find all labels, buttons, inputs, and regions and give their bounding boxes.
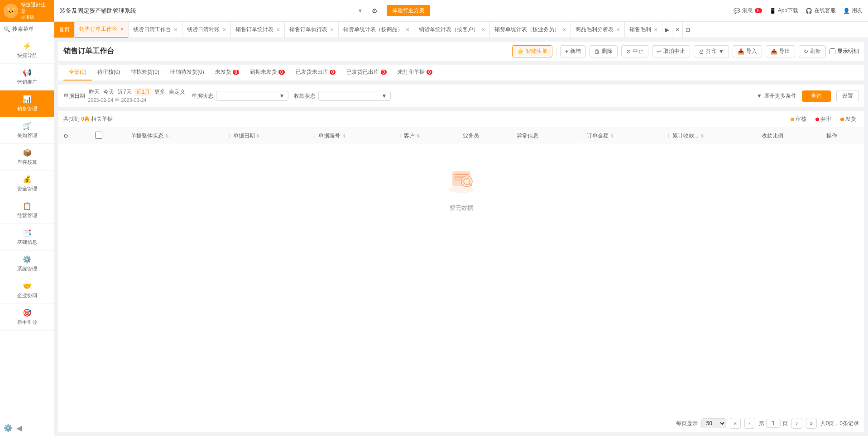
status-select[interactable]: ▼ bbox=[216, 91, 288, 101]
export-btn[interactable]: 📤 导出 bbox=[766, 45, 795, 57]
th-collected[interactable]: ↕ 累计收款... ⇅ bbox=[662, 128, 756, 144]
date-btn-7days[interactable]: 近7天 bbox=[117, 88, 133, 96]
sidebar-item-system[interactable]: ⚙️ 系统管理 bbox=[0, 251, 54, 277]
tab-close-cash-reconcile[interactable]: ✕ bbox=[222, 27, 226, 32]
stop-btn[interactable]: ⊘ 中止 bbox=[621, 45, 648, 57]
message-btn[interactable]: 💬 消息 6 bbox=[734, 7, 762, 14]
tab-close-cash-daily[interactable]: ✕ bbox=[174, 27, 177, 32]
sidebar-settings-btn[interactable]: ⚙️ bbox=[4, 424, 13, 432]
th-number[interactable]: ↕ 单据编号 ⇅ bbox=[308, 128, 393, 144]
tab-home[interactable]: 首页 bbox=[54, 22, 75, 38]
tab-goods-stats-customer[interactable]: 销货单统计表（按客户） ✕ bbox=[414, 22, 490, 38]
tab-close-sales-workbench[interactable]: ✕ bbox=[120, 27, 124, 32]
filter-tab-wangpu-ship[interactable]: 旺铺待发货(0) bbox=[165, 65, 210, 81]
app-logo: 🐱 畅捷通好生意 标准版 bbox=[0, 0, 54, 22]
date-btn-custom[interactable]: 自定义 bbox=[168, 88, 186, 96]
date-btn-1month[interactable]: 近1月 bbox=[134, 88, 152, 96]
tab-close-goods-stats-customer[interactable]: ✕ bbox=[481, 27, 485, 32]
page-last-btn[interactable]: » bbox=[806, 418, 817, 429]
filter-tab-all[interactable]: 全部(0) bbox=[63, 65, 92, 81]
th-amount[interactable]: ↕ 订单金额 ⇅ bbox=[576, 128, 662, 144]
online-service-btn[interactable]: 🎧 在线客服 bbox=[806, 7, 836, 14]
sidebar-item-guide[interactable]: 🎯 新手引导 bbox=[0, 304, 54, 331]
tab-nav-forward[interactable]: ▶ bbox=[662, 22, 672, 38]
filter-tab-pending-review[interactable]: 待审核(0) bbox=[92, 65, 126, 81]
tab-sales-stats[interactable]: 销售订单统计表 ✕ bbox=[231, 22, 285, 38]
delete-btn[interactable]: 🗑 删除 bbox=[590, 45, 618, 57]
tab-close-goods-stats-staff[interactable]: ✕ bbox=[562, 27, 566, 32]
expand-conditions-btn[interactable]: ▼ 展开更多条件 bbox=[757, 92, 796, 100]
tab-close-goods-stats-product[interactable]: ✕ bbox=[406, 27, 409, 32]
app-download-btn[interactable]: 📱 App下载 bbox=[769, 7, 798, 14]
gear-settings-btn[interactable]: ⚙ bbox=[368, 5, 381, 16]
filter-tab-shipped-not-out[interactable]: 已发货未出库 0 bbox=[290, 65, 341, 81]
batch-cancel-review-btn[interactable]: 弃审 bbox=[813, 114, 834, 124]
sidebar-item-operation[interactable]: 📋 经营管理 bbox=[0, 197, 54, 224]
new-btn[interactable]: + 新增 bbox=[560, 45, 586, 57]
sidebar-item-finance[interactable]: 💰 资金管理 bbox=[0, 171, 54, 197]
column-settings-icon[interactable]: ⚙ bbox=[63, 133, 68, 139]
page-next-btn[interactable]: › bbox=[791, 418, 802, 429]
sidebar-item-inventory[interactable]: 📦 库存核算 bbox=[0, 144, 54, 171]
tab-sales-workbench[interactable]: 销售订单工作台 ✕ bbox=[75, 22, 129, 38]
tab-close-sales-stats[interactable]: ✕ bbox=[276, 27, 280, 32]
tab-close-sales-exec[interactable]: ✕ bbox=[330, 27, 334, 32]
sidebar-search[interactable]: 🔍 搜索菜单 bbox=[0, 22, 54, 37]
industry-btn[interactable]: 体验行业方案 bbox=[387, 5, 430, 16]
print-btn[interactable]: 🖨 打印 ▼ bbox=[694, 45, 729, 57]
tab-close-sales-more[interactable]: ✕ bbox=[654, 27, 657, 32]
filter-tabs: 全部(0) 待审核(0) 待拣验货(0) 旺铺待发货(0) 未发货 0 到期未发… bbox=[58, 65, 864, 81]
sidebar-item-quick-nav[interactable]: ⚡ 快捷导航 bbox=[0, 37, 54, 64]
cancel-stop-btn[interactable]: ↩ 取消中止 bbox=[652, 45, 690, 57]
tab-goods-stats-staff[interactable]: 销货单统计表（按业务员） ✕ bbox=[490, 22, 571, 38]
th-checkbox bbox=[90, 128, 126, 144]
tab-gross-profit[interactable]: 商品毛利分析表 ✕ bbox=[571, 22, 625, 38]
sidebar-item-purchase[interactable]: 🛒 采购管理 bbox=[0, 117, 54, 144]
th-status[interactable]: 单据整体状态 ⇅ bbox=[125, 128, 222, 144]
page-size-select[interactable]: 50 100 200 bbox=[701, 418, 726, 428]
date-btn-yesterday[interactable]: 昨天 bbox=[88, 88, 101, 96]
sidebar-item-basic-info[interactable]: 📑 基础信息 bbox=[0, 224, 54, 251]
refresh-btn[interactable]: ↻ 刷新 bbox=[799, 45, 826, 57]
smart-generate-btn[interactable]: ⭐ 智能生单 bbox=[512, 45, 552, 57]
select-all-checkbox[interactable] bbox=[95, 132, 102, 139]
date-btn-today[interactable]: 今天 bbox=[102, 88, 115, 96]
sidebar-item-cooperation[interactable]: 🤝 企业协同 bbox=[0, 277, 54, 304]
filter-tab-shipped-out[interactable]: 已发货已出库 0 bbox=[341, 65, 392, 81]
filter-tab-not-printed[interactable]: 未打印单据 0 bbox=[392, 65, 438, 81]
import-btn[interactable]: 📥 导入 bbox=[733, 45, 762, 57]
header-actions: 💬 消息 6 📱 App下载 🎧 在线客服 👤 用友 bbox=[734, 7, 863, 14]
query-btn[interactable]: 查询 bbox=[802, 90, 831, 102]
tab-sales-more[interactable]: 销售毛利 ✕ bbox=[625, 22, 662, 38]
tab-expand-btn[interactable]: ⊡ bbox=[683, 22, 693, 38]
tab-cash-daily[interactable]: 钱货日清工作台 ✕ bbox=[129, 22, 182, 38]
sidebar-collapse-btn[interactable]: ◀ bbox=[16, 424, 22, 432]
batch-review-btn[interactable]: 审核 bbox=[788, 114, 809, 124]
sidebar-item-marketing[interactable]: 📢 营销推广 bbox=[0, 64, 54, 90]
th-abnormal: 异常信息 bbox=[511, 128, 576, 144]
filter-tab-not-shipped[interactable]: 未发货 0 bbox=[210, 65, 245, 81]
page-first-btn[interactable]: « bbox=[730, 418, 741, 429]
sort-status-icon: ⇅ bbox=[165, 133, 169, 138]
filter-tab-expired-not-shipped[interactable]: 到期未发货 0 bbox=[245, 65, 290, 81]
show-detail-checkbox[interactable] bbox=[830, 48, 835, 54]
tab-sales-exec[interactable]: 销售订单执行表 ✕ bbox=[285, 22, 339, 38]
tab-close-all-btn[interactable]: ✕ bbox=[672, 22, 683, 38]
tab-goods-stats-product[interactable]: 销货单统计表（按商品） ✕ bbox=[339, 22, 414, 38]
batch-ship-btn[interactable]: 发货 bbox=[838, 114, 859, 124]
sidebar-item-sales[interactable]: 📊 销售管理 bbox=[0, 90, 54, 117]
filter-setting-btn[interactable]: 设置 bbox=[836, 90, 859, 102]
tab-close-gross-profit[interactable]: ✕ bbox=[616, 27, 620, 32]
dropdown-arrow-icon[interactable]: ▼ bbox=[357, 8, 363, 14]
payment-select[interactable]: ▼ bbox=[318, 91, 391, 101]
date-btn-more[interactable]: 更多 bbox=[153, 88, 166, 96]
th-customer[interactable]: ↕ 客户 ⇅ bbox=[393, 128, 457, 144]
page-number-input[interactable] bbox=[766, 419, 781, 428]
th-date[interactable]: ↕ 单据日期 ⇅ bbox=[222, 128, 308, 144]
page-prev-btn[interactable]: ‹ bbox=[744, 418, 755, 429]
empty-icon bbox=[443, 162, 480, 199]
filter-tab-pending-inspect[interactable]: 待拣验货(0) bbox=[125, 65, 165, 81]
sort-customer-icon: ↕ bbox=[399, 133, 402, 139]
tab-cash-reconcile[interactable]: 钱货日清对账 ✕ bbox=[182, 22, 231, 38]
user-btn[interactable]: 👤 用友 bbox=[843, 7, 863, 14]
